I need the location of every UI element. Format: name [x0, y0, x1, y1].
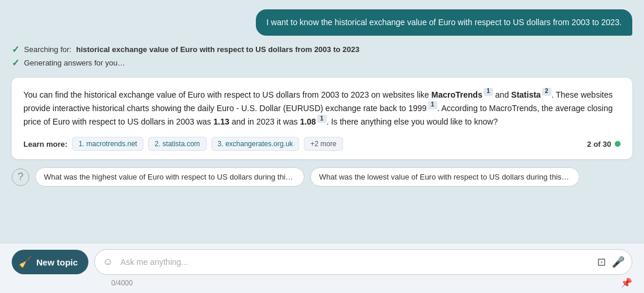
user-message-text: I want to know the historical exchange v… — [266, 18, 622, 27]
link-1[interactable]: 1. macrotrends.net — [72, 137, 143, 151]
page-indicator: 2 of 30 — [587, 140, 621, 149]
input-right-icons: ⊡ 🎤 — [597, 256, 625, 268]
char-counter: 0/4000 — [111, 279, 621, 287]
smiley-icon: ☺ — [103, 256, 113, 268]
check-icon-2: ✓ — [12, 57, 19, 68]
ref-2: 2 — [542, 88, 551, 96]
page-count: 2 of 30 — [587, 140, 611, 149]
new-topic-button[interactable]: 🧹 New topic — [12, 250, 88, 274]
answer-part-1: You can find the historical exchange val… — [23, 90, 431, 99]
user-message-row: I want to know the historical exchange v… — [12, 9, 632, 36]
bottom-bar: 🧹 New topic ☺ Ask me anything... ⊡ 🎤 0/4… — [0, 243, 644, 293]
searching-status: ✓ Searching for: historical exchange val… — [12, 44, 632, 55]
suggestion-icon: ? — [12, 168, 29, 186]
input-placeholder: Ask me anything... — [121, 257, 188, 267]
statista-link[interactable]: Statista — [511, 90, 541, 99]
ref-1b: 1 — [428, 101, 437, 109]
macrotrends-link[interactable]: MacroTrends — [431, 90, 482, 99]
answer-part-6: . Is there anything else you would like … — [327, 117, 498, 126]
status-lines: ✓ Searching for: historical exchange val… — [12, 44, 632, 71]
suggestions-row: ? What was the highest value of Euro wit… — [12, 167, 632, 187]
suggestion-pill-2[interactable]: What was the lowest value of Euro with r… — [310, 167, 580, 187]
generating-text: Generating answers for you… — [24, 58, 125, 67]
input-area[interactable]: ☺ Ask me anything... ⊡ 🎤 — [94, 249, 632, 275]
camera-icon[interactable]: ⊡ — [597, 256, 606, 268]
active-dot — [615, 141, 621, 147]
broom-icon: 🧹 — [19, 256, 32, 268]
more-badge[interactable]: +2 more — [304, 137, 342, 151]
generating-status: ✓ Generating answers for you… — [12, 57, 632, 68]
counter-pin-row: 0/4000 📌 — [12, 277, 632, 288]
value-2003: 1.13 — [214, 117, 229, 126]
bottom-input-row: 🧹 New topic ☺ Ask me anything... ⊡ 🎤 — [12, 249, 632, 275]
answer-part-5: and in 2023 it was — [229, 117, 300, 126]
pin-icon[interactable]: 📌 — [621, 277, 632, 288]
learn-more-label: Learn more: — [23, 140, 67, 149]
check-icon-1: ✓ — [12, 44, 19, 55]
ref-1a: 1 — [484, 88, 493, 96]
searching-label: Searching for: — [24, 45, 71, 54]
user-bubble: I want to know the historical exchange v… — [256, 9, 632, 36]
link-2[interactable]: 2. statista.com — [148, 137, 206, 151]
searching-query: historical exchange value of Euro with r… — [76, 45, 359, 54]
suggestion-pill-1[interactable]: What was the highest value of Euro with … — [35, 167, 304, 187]
learn-more-row: Learn more: 1. macrotrends.net 2. statis… — [23, 137, 621, 151]
answer-part-2: and — [493, 90, 511, 99]
answer-text: You can find the historical exchange val… — [23, 88, 621, 129]
mic-icon[interactable]: 🎤 — [612, 256, 625, 268]
answer-card: You can find the historical exchange val… — [12, 78, 632, 159]
value-2023: 1.08 — [300, 117, 316, 126]
link-3[interactable]: 3. exchangerates.org.uk — [211, 137, 300, 151]
new-topic-label: New topic — [36, 257, 78, 267]
ref-1c: 1 — [317, 115, 327, 123]
